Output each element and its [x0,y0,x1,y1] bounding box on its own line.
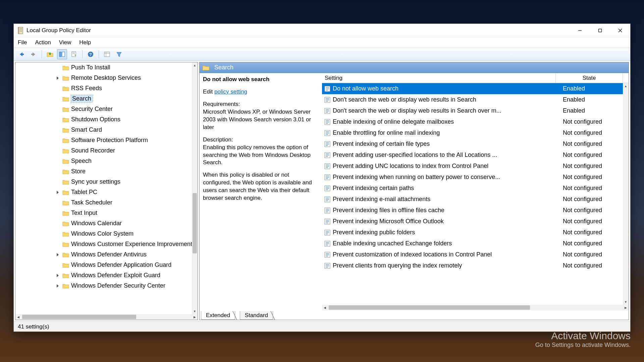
tree-hscrollbar-thumb[interactable] [22,315,136,319]
tree-item[interactable]: RSS Feeds [15,83,192,94]
tree-item[interactable]: Smart Card [15,125,192,135]
tree-item[interactable]: Remote Desktop Services [15,73,192,83]
setting-row[interactable]: Enable indexing of online delegate mailb… [322,116,629,127]
tree-item[interactable]: Text Input [15,208,192,218]
setting-row[interactable]: Enable indexing uncached Exchange folder… [322,238,629,249]
setting-row[interactable]: Prevent indexing public foldersNot confi… [322,227,629,238]
setting-state: Not configured [561,262,629,269]
setting-row[interactable]: Don't search the web or display web resu… [322,94,629,105]
setting-row[interactable]: Prevent adding user-specified locations … [322,149,629,161]
setting-row[interactable]: Prevent clients from querying the index … [322,260,629,271]
nav-back-button[interactable] [16,49,26,59]
settings-panel: Setting State Do not allow web searchEna… [322,73,629,310]
column-setting[interactable]: Setting [322,73,556,83]
scroll-up-icon[interactable]: ▲ [192,62,198,68]
menu-help[interactable]: Help [79,39,91,46]
policy-icon [324,196,331,203]
folder-icon [202,65,210,71]
tree-item[interactable]: Store [15,166,192,177]
setting-state: Enabled [561,85,629,92]
tree-item[interactable]: Sound Recorder [15,145,192,156]
setting-row[interactable]: Prevent indexing files in offline files … [322,205,629,216]
setting-row[interactable]: Prevent indexing e-mail attachmentsNot c… [322,194,629,205]
tab-standard[interactable]: Standard [240,311,273,320]
up-level-button[interactable] [45,49,55,59]
tree-item[interactable]: Windows Defender Antivirus [15,249,192,260]
tree-item-label: Windows Calendar [71,220,122,227]
folder-icon [62,252,69,257]
policy-icon [324,85,331,92]
tree-scrollbar-thumb[interactable] [193,193,197,253]
setting-row[interactable]: Prevent adding UNC locations to index fr… [322,161,629,172]
tree-item[interactable]: Push To Install [15,62,192,73]
setting-row[interactable]: Do not allow web searchEnabled [322,83,629,94]
help-button[interactable]: ? [86,49,96,59]
setting-row[interactable]: Prevent indexing when running on battery… [322,172,629,183]
expander-icon[interactable] [55,252,60,257]
column-state[interactable]: State [556,73,623,83]
folder-icon [62,75,69,81]
nav-forward-button[interactable] [29,49,39,59]
setting-row[interactable]: Enable throttling for online mail indexi… [322,127,629,138]
tree-item[interactable]: Windows Defender Exploit Guard [15,270,192,281]
tree-item[interactable]: Sync your settings [15,177,192,187]
tree-item[interactable]: Windows Defender Application Guard [15,260,192,270]
scroll-right-icon[interactable]: ▶ [623,305,629,310]
tree-item[interactable]: Windows Customer Experience Improvement … [15,239,192,249]
maximize-button[interactable] [590,24,610,37]
menu-view[interactable]: View [59,39,71,46]
scroll-down-icon[interactable]: ▼ [623,299,629,305]
expander-icon[interactable] [55,283,60,289]
tree-item[interactable]: Tablet PC [15,187,192,197]
window-title: Local Group Policy Editor [26,27,570,34]
settings-hscrollbar-thumb[interactable] [329,305,530,310]
scroll-up-icon[interactable]: ▲ [623,83,629,89]
minimize-button[interactable] [570,24,590,37]
scroll-down-icon[interactable]: ▼ [192,308,198,314]
menu-action[interactable]: Action [35,39,51,46]
setting-row[interactable]: Prevent customization of indexed locatio… [322,249,629,260]
description-label: Description: [203,136,233,143]
menu-file[interactable]: File [18,39,27,46]
setting-state: Not configured [561,174,629,181]
tree-vscrollbar[interactable]: ▲ ▼ [192,62,198,314]
settings-hscrollbar[interactable]: ◀ ▶ [322,305,629,310]
expander-icon[interactable] [55,190,60,195]
tree-item[interactable]: Windows Color System [15,229,192,239]
tree-item[interactable]: Security Center [15,104,192,114]
filter-button[interactable] [114,49,124,59]
tree-item[interactable]: Shutdown Options [15,114,192,125]
tree-item[interactable]: Software Protection Platform [15,135,192,145]
tree-hscrollbar[interactable]: ◀ ▶ [15,314,198,320]
tree-item[interactable]: Search [15,94,192,104]
show-hide-tree-button[interactable] [57,49,67,59]
expander-icon[interactable] [55,273,60,278]
tree-item[interactable]: Windows Calendar [15,218,192,229]
tree-item[interactable]: Task Scheduler [15,197,192,208]
scroll-left-icon[interactable]: ◀ [322,305,328,310]
export-list-button[interactable] [69,49,79,59]
close-button[interactable] [610,24,630,37]
expander-icon[interactable] [55,75,60,81]
setting-state: Not configured [561,207,629,214]
folder-icon [62,242,69,247]
folder-icon [62,169,69,174]
setting-row[interactable]: Don't search the web or display web resu… [322,105,629,116]
tree-item-label: Push To Install [71,64,110,71]
tree-item-label: Smart Card [71,126,102,133]
edit-policy-link[interactable]: policy setting [214,88,247,95]
tab-extended[interactable]: Extended [201,311,235,320]
setting-state: Enabled [561,96,629,103]
setting-row[interactable]: Prevent indexing of certain file typesNo… [322,138,629,149]
tree-item[interactable]: Speech [15,156,192,166]
setting-row[interactable]: Prevent indexing Microsoft Office Outloo… [322,216,629,227]
tree-item[interactable]: Windows Defender Security Center [15,281,192,291]
policy-icon [324,218,331,225]
scroll-right-icon[interactable]: ▶ [192,314,198,320]
titlebar[interactable]: Local Group Policy Editor [14,24,630,37]
setting-row[interactable]: Prevent indexing certain pathsNot config… [322,183,629,194]
column-headers: Setting State [322,73,629,83]
all-settings-button[interactable] [102,49,112,59]
scroll-left-icon[interactable]: ◀ [15,314,21,320]
settings-vscrollbar[interactable]: ▲ ▼ [623,83,629,305]
